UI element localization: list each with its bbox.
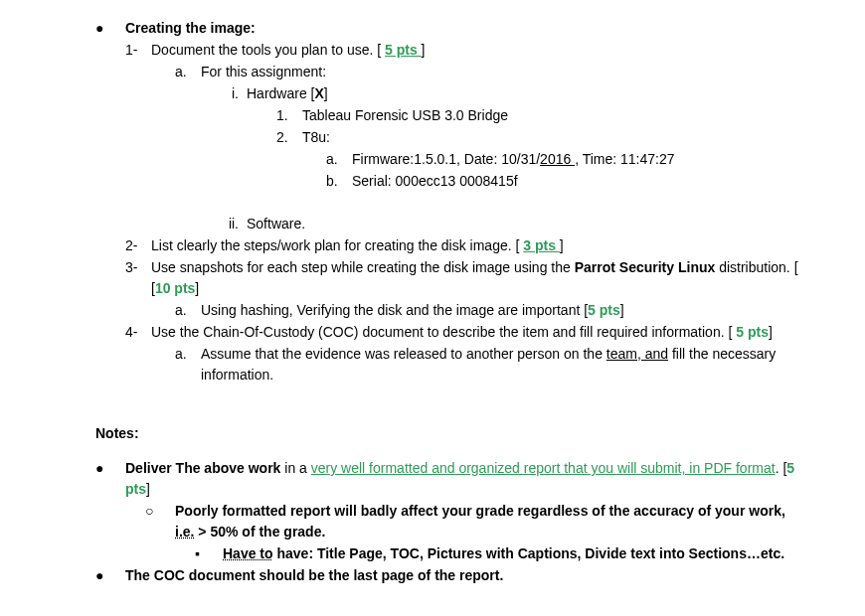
text: Using hashing, Verifying the disk and th…: [201, 302, 588, 318]
alpha-marker: a.: [175, 344, 201, 385]
have-text: Have to: [223, 545, 273, 561]
bullet-dot: ●: [95, 18, 125, 39]
link-text: very well formatted and organized report…: [311, 460, 776, 476]
item-3-text: Use snapshots for each step while creati…: [151, 257, 805, 299]
text: ]: [560, 237, 564, 253]
heading-text: Creating the image:: [125, 18, 805, 39]
item-1a-ii: ii. Software.: [227, 214, 805, 234]
item-1a-i-2a: a. Firmware:1.5.0.1, Date: 10/31/2016 , …: [326, 149, 805, 170]
item-2-text: List clearly the steps/work plan for cre…: [151, 235, 805, 256]
bullet-dot: ●: [95, 565, 125, 586]
year: 2016 ,: [540, 151, 579, 167]
item-text: Serial: 000ecc13 0008415f: [352, 171, 805, 192]
bullet-dot: ●: [95, 458, 125, 500]
text: have: Title Page, TOC, Pictures with Cap…: [273, 545, 785, 561]
heading-row: ● Creating the image:: [95, 18, 805, 39]
text: distribution. [: [715, 259, 797, 275]
bullet-open-circle: ○: [145, 501, 175, 542]
item-4a-text: Assume that the evidence was released to…: [201, 344, 805, 385]
roman-marker: ii.: [227, 214, 247, 234]
item-3a: a. Using hashing, Verifying the disk and…: [175, 300, 805, 321]
item-text: Tableau Forensic USB 3.0 Bridge: [302, 105, 805, 126]
alpha-marker: b.: [326, 171, 352, 192]
underline-text: team, and: [606, 346, 668, 362]
pts-label: 5 pts: [588, 302, 620, 318]
text: Use the Chain-Of-Custody (COC) document …: [151, 324, 736, 340]
text: ]: [324, 85, 328, 101]
roman-marker: i.: [227, 83, 247, 104]
alpha-marker: a.: [326, 149, 352, 170]
item-text: T8u:: [302, 127, 805, 148]
text: in a: [284, 460, 310, 476]
ie-text: i.e.: [175, 524, 194, 539]
item-text: Firmware:1.5.0.1, Date: 10/31/2016 , Tim…: [352, 149, 805, 170]
item-1a-i-text: Hardware [X]: [247, 83, 805, 104]
item-4a: a. Assume that the evidence was released…: [175, 344, 805, 385]
item-4-text: Use the Chain-Of-Custody (COC) document …: [151, 322, 805, 343]
note-1: ● Deliver The above work in a very well …: [95, 458, 805, 500]
item-1a-i-1: 1. Tableau Forensic USB 3.0 Bridge: [276, 105, 805, 126]
bold-text: Deliver The above work: [125, 460, 284, 476]
num-marker: 1-: [125, 40, 151, 61]
text: Document the tools you plan to use. [: [151, 42, 385, 58]
num-marker: 4-: [125, 322, 151, 343]
note-1-text: Deliver The above work in a very well fo…: [125, 458, 805, 500]
text: Use snapshots for each step while creati…: [151, 259, 575, 275]
item-3a-text: Using hashing, Verifying the disk and th…: [201, 300, 805, 321]
note-2-text: The COC document should be the last page…: [125, 565, 805, 586]
alpha-marker: a.: [175, 300, 201, 321]
note-1-sub: ○ Poorly formatted report will badly aff…: [145, 501, 805, 542]
text: Firmware:1.5.0.1, Date: 10/31/: [352, 151, 540, 167]
bullet-square: ▪: [195, 543, 223, 564]
item-1a-i-2: 2. T8u:: [276, 127, 805, 148]
text: Hardware [: [247, 85, 314, 101]
text: List clearly the steps/work plan for cre…: [151, 237, 523, 253]
pts-label: 5 pts: [736, 324, 769, 340]
item-1a-text: For this assignment:: [201, 62, 805, 82]
text: ]: [422, 42, 426, 58]
text: Poorly formatted report will badly affec…: [175, 503, 785, 519]
note-1-sub-text: Poorly formatted report will badly affec…: [175, 501, 805, 542]
num-marker: 2.: [276, 127, 302, 148]
num-marker: 2-: [125, 235, 151, 256]
pts-label: 3 pts: [523, 237, 560, 253]
item-1a-i-2b: b. Serial: 000ecc13 0008415f: [326, 171, 805, 192]
text: ]: [195, 280, 199, 296]
item-2: 2- List clearly the steps/work plan for …: [125, 235, 805, 256]
note-1-sub2-text: Have to have: Title Page, TOC, Pictures …: [223, 543, 805, 564]
text: . [: [776, 460, 787, 476]
bold-text: Parrot Security Linux: [575, 259, 716, 275]
item-1a-i: i. Hardware [X]: [227, 83, 805, 104]
text: > 50% of the grade.: [194, 524, 325, 539]
pts-label: 5 pts: [385, 42, 422, 58]
text: ]: [146, 481, 150, 497]
item-1-text: Document the tools you plan to use. [ 5 …: [151, 40, 805, 61]
item-1: 1- Document the tools you plan to use. […: [125, 40, 805, 61]
num-marker: 3-: [125, 257, 151, 299]
num-marker: 1.: [276, 105, 302, 126]
x-mark: X: [314, 85, 323, 101]
text: ]: [769, 324, 773, 340]
item-3: 3- Use snapshots for each step while cre…: [125, 257, 805, 299]
pts-label: 10 pts: [155, 280, 195, 296]
text: Time: 11:47:27: [579, 151, 675, 167]
note-1-sub2: ▪ Have to have: Title Page, TOC, Picture…: [195, 543, 805, 564]
item-4: 4- Use the Chain-Of-Custody (COC) docume…: [125, 322, 805, 343]
notes-label: Notes:: [95, 423, 805, 444]
note-2: ● The COC document should be the last pa…: [95, 565, 805, 586]
text: ]: [620, 302, 624, 318]
alpha-marker: a.: [175, 62, 201, 82]
item-text: Software.: [247, 214, 805, 234]
item-1a: a. For this assignment:: [175, 62, 805, 82]
text: Assume that the evidence was released to…: [201, 346, 606, 362]
